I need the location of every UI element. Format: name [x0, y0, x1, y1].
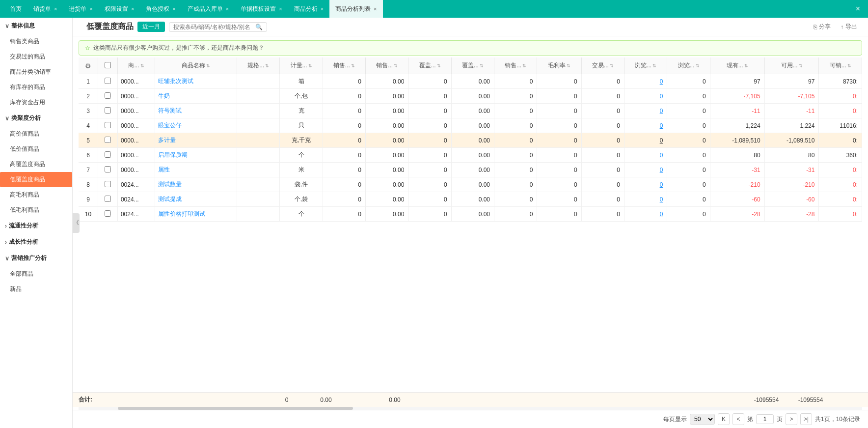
row-spec — [237, 133, 280, 148]
first-page-button[interactable]: K — [718, 413, 730, 425]
nav-product-analysis-list[interactable]: 商品分析列表 × — [329, 0, 382, 18]
nav-home[interactable]: 首页 — [4, 0, 27, 18]
row-select-checkbox[interactable] — [105, 122, 111, 128]
sidebar-section-growth[interactable]: › 成长性分析 — [0, 234, 72, 250]
nav-template-settings[interactable]: 单据模板设置 × — [235, 0, 288, 18]
row-browse1[interactable]: 0 — [624, 163, 667, 177]
row-browse1[interactable]: 0 — [624, 192, 667, 207]
row-name[interactable]: 属性价格打印测试 — [155, 207, 237, 222]
row-checkbox[interactable] — [98, 133, 118, 148]
next-page-button[interactable]: > — [786, 413, 797, 425]
row-checkbox[interactable] — [98, 177, 118, 192]
row-checkbox[interactable] — [98, 89, 118, 104]
row-select-checkbox[interactable] — [105, 166, 111, 172]
row-select-checkbox[interactable] — [105, 92, 111, 99]
sidebar-section-cluster[interactable]: ∨ 类聚度分析 — [0, 110, 72, 126]
nav-role-auth[interactable]: 角色授权 × — [140, 0, 181, 18]
row-checkbox[interactable] — [98, 148, 118, 163]
sidebar-item-low-coverage[interactable]: 低覆盖度商品 — [0, 172, 72, 187]
prev-page-button[interactable]: < — [732, 413, 744, 425]
nav-purchase[interactable]: 进货单 × — [63, 0, 98, 18]
sidebar-item-high-coverage[interactable]: 高覆盖度商品 — [0, 157, 72, 172]
close-icon[interactable]: × — [321, 6, 324, 12]
page-number-input[interactable] — [756, 414, 774, 424]
sidebar-item-low-value[interactable]: 低价值商品 — [0, 142, 72, 157]
row-name[interactable]: 启用保质期 — [155, 148, 237, 163]
row-cov1: 0 — [408, 118, 451, 133]
select-all-checkbox[interactable] — [105, 62, 111, 68]
row-name[interactable]: 旺辅批次测试 — [155, 74, 237, 89]
sidebar-item-all-products[interactable]: 全部商品 — [0, 266, 72, 282]
close-icon[interactable]: × — [279, 6, 282, 12]
search-input[interactable] — [173, 24, 255, 30]
nav-product-analysis[interactable]: 商品分析 × — [288, 0, 329, 18]
row-name[interactable]: 符号测试 — [155, 104, 237, 118]
row-browse1[interactable]: 0 — [624, 133, 667, 148]
close-all-button[interactable]: × — [852, 4, 864, 13]
close-icon[interactable]: × — [131, 6, 134, 12]
row-name[interactable]: 测试提成 — [155, 192, 237, 207]
row-name[interactable]: 牛奶 — [155, 89, 237, 104]
sidebar-item-high-value[interactable]: 高价值商品 — [0, 126, 72, 142]
sidebar-item-new-products[interactable]: 新品 — [0, 282, 72, 297]
sidebar-item-stock-capital[interactable]: 库存资金占用 — [0, 95, 72, 110]
sidebar-item-traded-products[interactable]: 交易过的商品 — [0, 49, 72, 64]
row-select-checkbox[interactable] — [105, 196, 111, 202]
row-sales3: 0 — [494, 148, 537, 163]
row-browse1[interactable]: 0 — [624, 177, 667, 192]
page-size-select[interactable]: 50 100 200 — [690, 414, 715, 425]
page-size-label: 每页显示 — [663, 415, 687, 424]
close-icon[interactable]: × — [54, 6, 57, 12]
settings-icon[interactable]: ⚙ — [85, 62, 91, 70]
close-icon[interactable]: × — [89, 6, 92, 12]
row-stock: -7,105 — [710, 89, 764, 104]
time-filter-button[interactable]: 近一月 — [137, 22, 165, 32]
sidebar-section-marketing[interactable]: ∨ 营销推广分析 — [0, 250, 72, 266]
sidebar-item-category-rate[interactable]: 商品分类动销率 — [0, 64, 72, 80]
row-checkbox[interactable] — [98, 74, 118, 89]
export-button[interactable]: ↑ 导出 — [838, 22, 860, 32]
search-icon[interactable]: 🔍 — [255, 24, 263, 30]
share-button[interactable]: ⎘ 分享 — [811, 22, 834, 32]
row-select-checkbox[interactable] — [105, 78, 111, 84]
sidebar-item-low-margin[interactable]: 低毛利商品 — [0, 202, 72, 218]
row-select-checkbox[interactable] — [105, 107, 111, 114]
close-icon[interactable]: × — [172, 6, 175, 12]
row-sales-amt: 0.00 — [366, 148, 408, 163]
nav-product-warehousing[interactable]: 产成品入库单 × — [182, 0, 235, 18]
row-checkbox[interactable] — [98, 104, 118, 118]
sidebar-item-sales-products[interactable]: 销售类商品 — [0, 34, 72, 49]
row-name[interactable]: 测试数量 — [155, 177, 237, 192]
row-select-checkbox[interactable] — [105, 151, 111, 158]
row-browse1[interactable]: 0 — [624, 89, 667, 104]
row-browse1[interactable]: 0 — [624, 104, 667, 118]
row-browse1[interactable]: 0 — [624, 148, 667, 163]
row-select-checkbox[interactable] — [105, 137, 111, 143]
info-banner: ☆ 这类商品只有很少客户购买过，是推广不够，还是商品本身问题？ — [79, 40, 862, 56]
close-icon[interactable]: × — [226, 6, 229, 12]
row-checkbox[interactable] — [98, 207, 118, 222]
col-settings[interactable]: ⚙ — [79, 57, 98, 74]
sidebar-section-overall[interactable]: ∨ 整体信息 — [0, 18, 72, 34]
sidebar-section-circulation[interactable]: › 流通性分析 — [0, 218, 72, 234]
nav-permissions[interactable]: 权限设置 × — [99, 0, 140, 18]
row-browse1[interactable]: 0 — [624, 74, 667, 89]
close-icon[interactable]: × — [374, 6, 377, 12]
row-checkbox[interactable] — [98, 192, 118, 207]
sidebar-item-high-margin[interactable]: 高毛利商品 — [0, 187, 72, 202]
last-page-button[interactable]: >| — [800, 413, 812, 425]
row-checkbox[interactable] — [98, 163, 118, 177]
row-name[interactable]: 眼宝公仔 — [155, 118, 237, 133]
sidebar-item-in-stock[interactable]: 有库存的商品 — [0, 80, 72, 95]
row-select-checkbox[interactable] — [105, 181, 111, 187]
row-checkbox[interactable] — [98, 118, 118, 133]
row-browse1[interactable]: 0 — [624, 207, 667, 222]
collapse-sidebar-button[interactable]: 《 — [73, 213, 80, 233]
row-name[interactable]: 属性 — [155, 163, 237, 177]
row-name[interactable]: 多计量 — [155, 133, 237, 148]
nav-sales[interactable]: 销货单 × — [27, 0, 63, 18]
row-select-checkbox[interactable] — [105, 210, 111, 217]
row-sales3: 0 — [494, 118, 537, 133]
row-code: 0000... — [117, 163, 155, 177]
row-browse1[interactable]: 0 — [624, 118, 667, 133]
